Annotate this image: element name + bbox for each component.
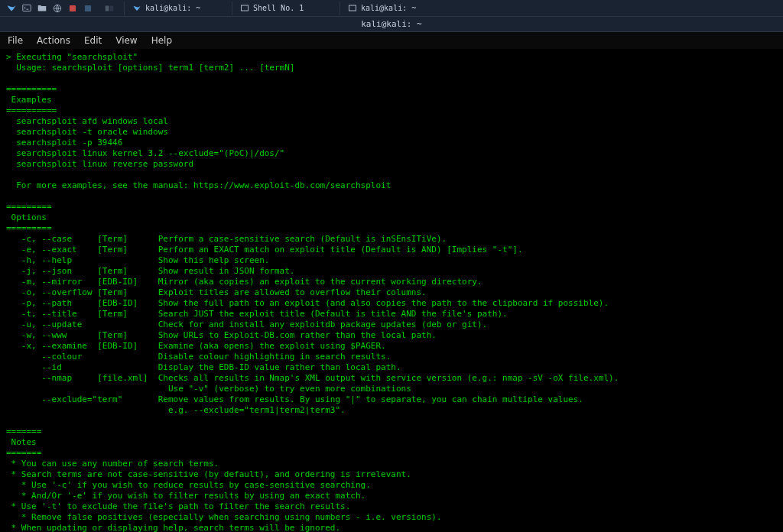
menu-help[interactable]: Help <box>151 35 172 46</box>
svg-rect-6 <box>242 5 249 11</box>
workspace-switcher-icon[interactable] <box>102 2 116 15</box>
terminal-icon <box>348 4 357 13</box>
menu-actions[interactable]: Actions <box>37 35 70 46</box>
taskbar-windows: kali@kali: ~ Shell No. 1 kali@kali: ~ <box>124 2 783 15</box>
svg-rect-7 <box>349 5 356 11</box>
taskbar-tab-label: Shell No. 1 <box>253 4 304 12</box>
svg-rect-0 <box>23 5 31 11</box>
app2-launcher-icon[interactable] <box>81 2 95 15</box>
app1-launcher-icon[interactable] <box>66 2 80 15</box>
files-launcher-icon[interactable] <box>35 2 49 15</box>
taskbar-tab-2[interactable]: kali@kali: ~ <box>340 2 447 15</box>
svg-rect-4 <box>106 5 109 11</box>
svg-rect-2 <box>70 5 76 11</box>
taskbar-tab-label: kali@kali: ~ <box>361 4 416 12</box>
menubar: File Actions Edit View Help <box>0 32 783 49</box>
browser-launcher-icon[interactable] <box>50 2 64 15</box>
taskbar-tab-1[interactable]: Shell No. 1 <box>232 2 339 15</box>
svg-rect-3 <box>85 5 91 11</box>
window-title: kali@kali: ~ <box>0 17 783 32</box>
taskbar: kali@kali: ~ Shell No. 1 kali@kali: ~ <box>0 0 783 17</box>
menu-edit[interactable]: Edit <box>84 35 102 46</box>
terminal-icon <box>240 4 249 13</box>
taskbar-launchers <box>0 2 116 15</box>
terminal-output[interactable]: > Executing "searchsploit" Usage: search… <box>0 49 783 532</box>
menu-view[interactable]: View <box>115 35 137 46</box>
svg-rect-5 <box>110 5 114 11</box>
terminal-launcher-icon[interactable] <box>20 2 34 15</box>
taskbar-tab-label: kali@kali: ~ <box>145 4 200 12</box>
kali-menu-icon[interactable] <box>5 2 18 15</box>
kali-icon <box>132 4 141 13</box>
taskbar-tab-0[interactable]: kali@kali: ~ <box>124 2 231 15</box>
menu-file[interactable]: File <box>8 35 23 46</box>
